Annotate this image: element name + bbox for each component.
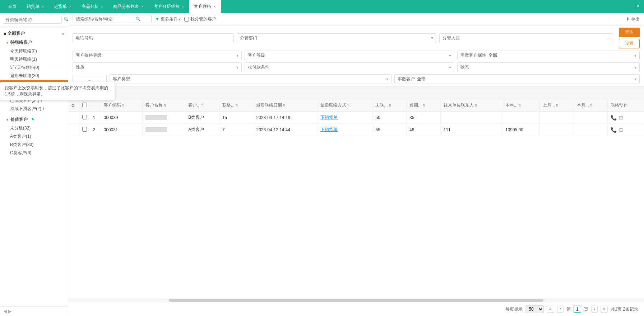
nav-sales-order[interactable]: 销货单 × [22,0,49,13]
filter-gender[interactable]: 性质 ▾ [73,62,242,72]
close-purchase-order-icon[interactable]: × [69,4,71,9]
filter-customer-level[interactable]: 客户等级 ▾ [245,51,454,60]
sidebar-bottom-left-arrow[interactable]: ◀ [4,309,7,314]
first-page-button[interactable]: « [547,306,554,313]
filter-zero-customer[interactable]: 零散客户 全部 ▾ [394,74,640,84]
sidebar-item-class-c[interactable]: C类客户(6) [0,149,68,157]
customer-type-chevron-icon: ▾ [386,77,388,82]
col-last-contact-date[interactable]: 最后联络日期⇅ [253,99,317,112]
sidebar-section-pending[interactable]: ▼ 待联络客户 [0,38,68,47]
action-phone-icon[interactable]: 📞 [611,127,617,133]
sidebar-item-7days[interactable]: 近7天待联络(0) [0,63,68,72]
more-conditions-button[interactable]: ▼ 更多条件 ▾ [155,16,181,22]
prev-page-button[interactable]: ‹ [557,306,564,313]
row-this-year [502,112,539,124]
close-customer-contact-icon[interactable]: × [213,4,216,9]
nav-product-analysis[interactable]: 商品分析 × [77,0,108,13]
row-select-checkbox[interactable] [82,127,87,132]
col-last-contact-method[interactable]: 最后联络方式⇅ [317,99,372,112]
collapse-sidebar-icon[interactable]: » [62,31,64,36]
row-select-checkbox[interactable] [82,115,87,119]
nav-purchase-order[interactable]: 进货单 × [49,0,76,13]
col-contact-count[interactable]: 联络...⇅ [219,99,253,112]
filter-status[interactable]: 状态 ▾ [457,62,640,72]
edit-value-customers-icon[interactable]: ✎ [31,117,34,122]
main-layout: 🔍 ■ 全部客户 » ▼ 待联络客户 今天待联络(0) 明天待联络(1) 近7天… [0,13,644,316]
query-button[interactable]: 查询 [619,28,640,37]
col-code[interactable]: 客户编码⇅ [101,99,142,112]
col-overdue[interactable]: 逾期...⇅ [407,99,441,112]
filter-manager[interactable]: 分管人员 ··· [439,33,613,43]
sidebar-item-unclassified[interactable]: 未分组(32) [0,124,68,132]
sidebar-item-today[interactable]: 今天待联络(0) [0,47,68,55]
row-last-month [539,112,574,124]
contact-method-link[interactable]: 下销货单 [320,127,338,132]
sidebar-section-value[interactable]: ▼ 价值客户 ✎ [0,115,68,124]
action-more-icon[interactable]: ⊞ [619,127,623,133]
filter-row-3: 性质 ▾ 收付款条件 ▾ 状态 ▾ [73,62,640,72]
settings-button[interactable]: 设置 [619,39,640,48]
sort-last-month-icon: ⇅ [556,103,559,107]
my-customers-checkbox[interactable] [184,17,189,22]
close-sales-order-icon[interactable]: × [42,4,44,9]
nav-customer-contact[interactable]: 客户联络 × [189,0,221,13]
row-last-contact-method[interactable]: 下销货单 [317,124,372,136]
filter-payment[interactable]: 收付款条件 ▾ [245,62,454,72]
row-actions: 📞 ⊞ [608,112,644,124]
row-name [142,124,185,136]
sidebar-search-input[interactable] [3,16,62,24]
row-checkbox[interactable] [79,124,90,136]
sidebar-item-class-a[interactable]: A类客户(1) [0,132,68,141]
tooltip-box: 距客户上次交易时长，超过了此客户的平均交易周期的1.5倍，则视为异常。 [68,82,115,100]
nav-customer-segment[interactable]: 客户分层经营 × [149,0,189,13]
sidebar-search-icon[interactable]: 🔍 [64,17,68,22]
filter-dept[interactable]: 分管部门 ▾ [237,33,436,43]
sidebar-item-tomorrow[interactable]: 明天待联络(1) [0,55,68,63]
current-page-input[interactable]: 1 [574,306,581,313]
col-customer-type[interactable]: 客户...⇅ [185,99,219,112]
export-button[interactable]: ⬆ 导出 [626,16,640,22]
page-size-select[interactable]: 50 100 200 [525,305,544,313]
search-input[interactable] [76,16,133,22]
filter-zero-sale-attr[interactable]: 零散客户属性 全部 ▾ [457,51,640,60]
sidebar-all-customers[interactable]: ■ 全部客户 » [0,29,68,38]
my-customers-checkbox-wrap[interactable]: 我分管的客户 [184,16,216,22]
row-not-contact: 55 [372,124,407,136]
col-not-contact[interactable]: 未联...⇅ [372,99,407,112]
col-this-year[interactable]: 本年...⇅ [502,99,539,112]
col-unit-contact[interactable]: 往来单位联系人⇅ [440,99,502,112]
row-checkbox[interactable] [79,112,90,124]
col-this-month[interactable]: 本月...⇅ [574,99,608,112]
col-settings[interactable]: ⚙ [68,99,79,112]
close-customer-segment-icon[interactable]: × [182,4,184,9]
sidebar-item-overdue[interactable]: 逾期未联络(30) [0,72,68,80]
zero-customer-chevron-icon: ▾ [634,77,636,82]
close-product-analysis-list-icon[interactable]: × [141,4,143,9]
next-page-button[interactable]: › [591,306,598,313]
filter-price-level[interactable]: 客户价格等级 ▾ [73,51,242,60]
search-icon[interactable]: 🔍 [135,16,141,22]
close-product-analysis-icon[interactable]: × [101,4,103,9]
sidebar-bottom-right-arrow[interactable]: ▶ [8,309,11,314]
filter-customer-type[interactable]: 客户类型 ▾ [110,74,392,84]
nav-product-analysis-list[interactable]: 商品分析列表 × [108,0,148,13]
col-last-month[interactable]: 上月...⇅ [539,99,574,112]
filter-phone[interactable]: 电话号码 [73,33,234,43]
last-page-button[interactable]: » [601,306,608,313]
sidebar-bottom: ◀ ▶ [0,306,68,316]
filter-row-2: 客户价格等级 ▾ 客户等级 ▾ 零散客户属性 全部 ▾ [73,51,640,60]
col-name[interactable]: 客户名称⇅ [142,99,185,112]
settings-gear-icon[interactable]: ⚙ [71,103,75,108]
scrollbar-thumb[interactable] [169,299,543,302]
row-last-contact-method[interactable]: 下销货单 [317,112,372,124]
contact-method-link[interactable]: 下销货单 [320,115,338,120]
horizontal-scrollbar[interactable] [68,298,644,302]
nav-home[interactable]: 首页 [3,0,22,13]
close-all-button[interactable]: × [636,3,640,10]
sidebar-tree: ■ 全部客户 » ▼ 待联络客户 今天待联络(0) 明天待联络(1) 近7天待联… [0,27,68,306]
sidebar-item-declining[interactable]: 持续下滑客户(2) ℹ [0,105,68,113]
action-phone-icon[interactable]: 📞 [611,115,617,121]
select-all-checkbox[interactable] [82,103,87,107]
sidebar-item-class-b[interactable]: B类客户(33) [0,141,68,149]
action-more-icon[interactable]: ⊞ [619,115,623,121]
